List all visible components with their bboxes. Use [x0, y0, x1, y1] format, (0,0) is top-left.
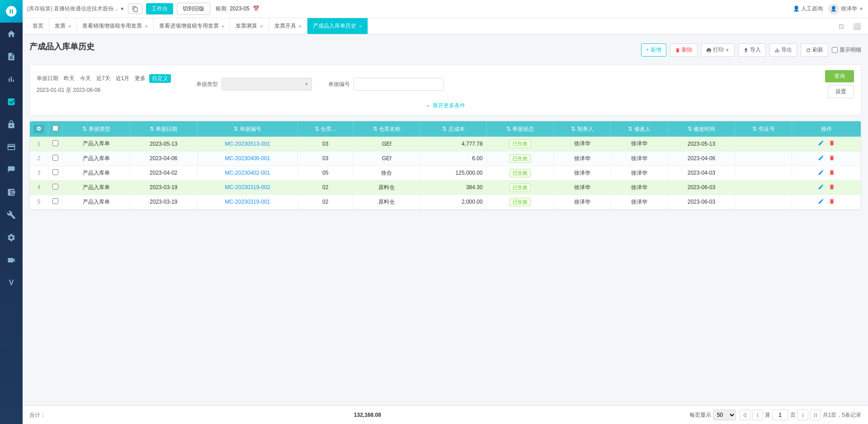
sidebar-item-voucher[interactable] — [0, 136, 23, 158]
import-button[interactable]: 导入 — [738, 43, 766, 57]
tab-invoice-close[interactable]: × — [68, 24, 71, 29]
sidebar-item-version[interactable]: V — [0, 272, 23, 294]
row-checkbox[interactable] — [52, 169, 58, 175]
sidebar-item-home[interactable] — [0, 23, 23, 45]
row-doc-no[interactable]: MC-20230406-001 — [197, 151, 297, 166]
new-button[interactable]: + 新增 — [641, 43, 666, 57]
column-settings-gear[interactable] — [33, 125, 44, 133]
th-doc-type[interactable]: ⇅ 单据类型 — [63, 121, 130, 137]
1month-link[interactable]: 近1月 — [114, 74, 132, 83]
sidebar-item-chart[interactable] — [0, 68, 23, 91]
window-maximize-button[interactable]: ⬜ — [850, 22, 863, 31]
more-link[interactable]: 更多 — [133, 74, 147, 83]
window-restore-button[interactable]: ⊡ — [836, 22, 847, 31]
setting-button[interactable]: 设置 — [828, 85, 854, 98]
company-selector[interactable]: (库存核算) 直播轻推通信息技术股份... ▼ — [27, 5, 124, 13]
doc-no-link[interactable]: MC-20230319-001 — [225, 199, 270, 205]
tab-sales-vat-close[interactable]: × — [145, 24, 147, 29]
th-total-cost[interactable]: ⇅ 总成本 — [420, 121, 486, 137]
row-checkbox-cell[interactable] — [48, 166, 63, 180]
delete-button[interactable]: 删除 — [670, 43, 698, 57]
tab-product-history[interactable]: 产成品入库单历史 × — [307, 18, 368, 34]
sidebar-item-invoice[interactable] — [0, 158, 23, 181]
show-detail-checkbox[interactable] — [832, 47, 838, 53]
row-checkbox-cell[interactable] — [48, 195, 63, 209]
tab-purchase-vat[interactable]: 查看进项增值税专用发票 × — [154, 18, 230, 34]
th-voucher-no[interactable]: ⇅ 凭证号 — [735, 121, 792, 137]
row-delete-button[interactable] — [829, 170, 835, 177]
row-checkbox-cell[interactable] — [48, 151, 63, 166]
page-number-input[interactable] — [772, 410, 788, 420]
user-menu[interactable]: 👤 徐泽华 ▼ — [828, 4, 863, 14]
tab-home[interactable]: 首页 — [27, 18, 49, 34]
row-checkbox[interactable] — [52, 184, 58, 190]
row-edit-button[interactable] — [818, 185, 826, 191]
row-doc-no[interactable]: MC-20230402-001 — [197, 166, 297, 180]
query-button[interactable]: 查询 — [825, 70, 854, 82]
row-edit-button[interactable] — [818, 170, 826, 177]
page-size-select[interactable]: 50 20 100 — [713, 410, 736, 420]
th-modifier[interactable]: ⇅ 修改人 — [611, 121, 668, 137]
page-next-button[interactable]: ⟩ — [797, 410, 808, 420]
tab-product-history-close[interactable]: × — [359, 24, 362, 29]
tab-invoice[interactable]: 发票 × — [49, 18, 77, 34]
tab-invoice-open[interactable]: 发票开具 × — [269, 18, 307, 34]
7days-link[interactable]: 近7天 — [94, 74, 112, 83]
sidebar-item-document[interactable] — [0, 45, 23, 68]
help-button[interactable]: 👤 人工咨询 — [793, 5, 823, 13]
print-button[interactable]: 打印 ▼ — [701, 43, 735, 57]
th-warehouse-code[interactable]: ⇅ 仓库... — [298, 121, 353, 137]
doc-no-input[interactable] — [354, 78, 444, 91]
doc-no-link[interactable]: MC-20230513-001 — [225, 141, 270, 147]
yesterday-link[interactable]: 昨天 — [62, 74, 76, 83]
sidebar-item-tools[interactable] — [0, 204, 23, 226]
workspace-button[interactable]: 工作台 — [146, 3, 173, 14]
expand-button[interactable]: 展开更多条件 — [425, 102, 465, 110]
switch-version-button[interactable]: 切到旧版 — [177, 3, 210, 15]
export-button[interactable]: 导出 — [769, 43, 797, 57]
sidebar-item-settings[interactable] — [0, 226, 23, 249]
refresh-button[interactable]: 刷新 — [801, 43, 828, 57]
row-delete-button[interactable] — [829, 141, 835, 148]
doc-type-select[interactable]: 产品入库单 — [222, 78, 312, 91]
row-checkbox[interactable] — [52, 198, 58, 204]
tab-invoice-open-close[interactable]: × — [299, 24, 302, 29]
doc-no-link[interactable]: MC-20230402-001 — [225, 170, 270, 176]
tab-invoice-calc[interactable]: 发票测算 × — [230, 18, 269, 34]
custom-tag[interactable]: 自定义 — [149, 74, 171, 83]
select-all-checkbox[interactable] — [52, 125, 58, 131]
tab-invoice-calc-close[interactable]: × — [260, 24, 263, 29]
page-first-button[interactable]: ⟨⟨ — [740, 410, 750, 420]
period-picker-icon[interactable]: 📅 — [253, 5, 259, 12]
th-gear[interactable] — [30, 121, 48, 137]
row-checkbox[interactable] — [52, 140, 58, 146]
row-checkbox-cell[interactable] — [48, 180, 63, 195]
row-doc-no[interactable]: MC-20230319-001 — [197, 195, 297, 209]
sidebar-item-asset[interactable] — [0, 181, 23, 204]
th-checkbox[interactable] — [48, 121, 63, 137]
doc-no-link[interactable]: MC-20230406-001 — [225, 155, 270, 162]
row-edit-button[interactable] — [818, 199, 826, 206]
row-checkbox[interactable] — [52, 155, 58, 161]
th-modify-time[interactable]: ⇅ 修改时间 — [668, 121, 735, 137]
row-edit-button[interactable] — [818, 156, 826, 162]
page-last-button[interactable]: ⟩⟩ — [810, 410, 821, 420]
sidebar-item-lock[interactable] — [0, 113, 23, 136]
app-logo[interactable] — [0, 0, 23, 23]
row-checkbox-cell[interactable] — [48, 137, 63, 151]
row-edit-button[interactable] — [818, 141, 826, 148]
page-prev-button[interactable]: ⟨ — [752, 410, 763, 420]
sidebar-item-analyze[interactable] — [0, 91, 23, 113]
th-creator[interactable]: ⇅ 制单人 — [554, 121, 611, 137]
row-delete-button[interactable] — [829, 199, 835, 206]
th-doc-no[interactable]: ⇅ 单据编号 — [197, 121, 297, 137]
show-detail-checkbox-label[interactable]: 显示明细 — [832, 43, 861, 57]
th-status[interactable]: ⇅ 单据状态 — [486, 121, 554, 137]
today-link[interactable]: 今天 — [78, 74, 93, 83]
th-doc-date[interactable]: ⇅ 单据日期 — [130, 121, 197, 137]
row-doc-no[interactable]: MC-20230513-001 — [197, 137, 297, 151]
row-delete-button[interactable] — [829, 156, 835, 162]
row-delete-button[interactable] — [829, 185, 835, 191]
row-doc-no[interactable]: MC-20230319-002 — [197, 180, 297, 195]
sidebar-item-video[interactable] — [0, 249, 23, 272]
